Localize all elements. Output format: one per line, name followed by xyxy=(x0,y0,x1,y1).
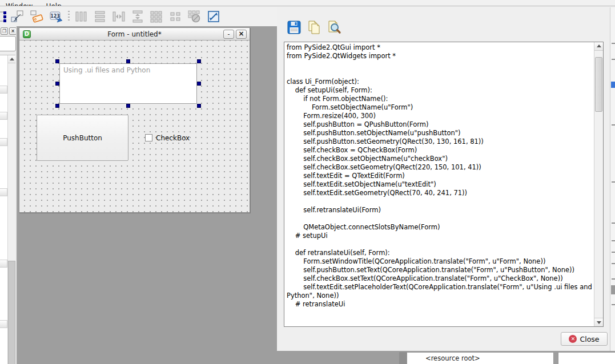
widget-category-row[interactable] xyxy=(0,320,7,328)
edit-tab-order-icon[interactable]: 123 xyxy=(49,10,63,23)
code-line: def retranslateUi(self, Form): xyxy=(287,249,593,257)
layout-in-form-icon[interactable] xyxy=(168,10,182,23)
code-line: self.retranslateUi(Form) xyxy=(287,206,593,215)
code-line: self.textEdit.setGeometry(QRect(70, 40, … xyxy=(287,189,593,197)
code-line: self.textEdit = QTextEdit(Form) xyxy=(287,172,593,180)
code-content: from PySide2.QtGui import *from PySide2.… xyxy=(284,42,594,326)
code-line: self.pushButton.setText(QCoreApplication… xyxy=(287,266,593,274)
menu-window[interactable]: Window xyxy=(6,2,33,6)
widget-category-row[interactable] xyxy=(0,86,7,94)
dialog-toolbar xyxy=(287,20,341,35)
code-line: Form.setObjectName(u"Form") xyxy=(287,103,593,112)
widget-category-row[interactable] xyxy=(0,112,7,120)
code-line: Form.resize(400, 300) xyxy=(287,112,593,120)
code-line: Form.setWindowTitle(QCoreApplication.tra… xyxy=(287,257,593,266)
resize-handle[interactable] xyxy=(126,104,130,108)
widget-box-scrollbar[interactable] xyxy=(7,55,15,364)
form-window-titlebar[interactable]: D Form - untitled* - × xyxy=(19,28,250,41)
break-layout-icon[interactable] xyxy=(187,10,201,23)
edit-signals-slots-icon[interactable] xyxy=(10,10,24,23)
code-line: self.textEdit.setObjectName(u"textEdit") xyxy=(287,180,593,189)
resize-handle[interactable] xyxy=(55,104,59,108)
code-line: self.pushButton.setGeometry(QRect(30, 13… xyxy=(287,137,593,146)
code-line xyxy=(287,197,593,206)
layout-in-grid-icon[interactable] xyxy=(150,10,163,23)
layout-vertically-in-splitter-icon[interactable] xyxy=(131,10,144,23)
menu-help[interactable]: Help xyxy=(46,2,61,6)
resize-handle[interactable] xyxy=(197,59,201,63)
close-button[interactable]: × xyxy=(236,30,247,39)
qt-designer-screen: Window Help xyxy=(0,0,615,364)
layout-vertically-icon[interactable] xyxy=(93,10,107,23)
save-icon[interactable] xyxy=(287,20,302,35)
code-line: self.checkBox = QCheckBox(Form) xyxy=(287,146,593,155)
adjust-size-icon[interactable] xyxy=(207,10,220,23)
code-line: self.pushButton = QPushButton(Form) xyxy=(287,120,593,129)
close-dialog-button[interactable]: ✕ Close xyxy=(561,332,608,346)
code-line xyxy=(287,69,593,78)
resource-splitter[interactable] xyxy=(399,352,407,364)
widget-category-row[interactable] xyxy=(0,188,7,196)
widget-filter-input[interactable] xyxy=(0,36,16,51)
scrollbar-thumb[interactable] xyxy=(8,261,15,364)
widget-category-row[interactable] xyxy=(0,260,7,268)
checkbox-indicator[interactable] xyxy=(145,134,152,141)
copy-icon[interactable] xyxy=(307,20,321,35)
close-button-label: Close xyxy=(580,335,599,343)
widget-box-list[interactable] xyxy=(0,55,15,364)
dock-splitter[interactable] xyxy=(16,26,17,364)
selected-row-sliver xyxy=(611,82,615,88)
layout-horizontally-in-splitter-icon[interactable] xyxy=(112,10,126,23)
form-window-title: Form - untitled* xyxy=(19,30,250,38)
right-edge-panel xyxy=(610,7,615,351)
textedit-placeholder: Using .ui files and Python xyxy=(60,64,196,76)
code-line: from PySide2.QtWidgets import * xyxy=(287,52,593,60)
code-line: class Ui_Form(object): xyxy=(287,78,593,86)
scroll-up-icon[interactable] xyxy=(594,42,603,51)
svg-text:123: 123 xyxy=(50,14,60,19)
scroll-down-icon[interactable] xyxy=(594,318,603,326)
toolbar-separator xyxy=(68,11,70,22)
resource-browser-list[interactable]: <resource root> xyxy=(407,352,554,364)
edit-buddies-icon[interactable] xyxy=(30,10,43,23)
code-line xyxy=(287,215,593,223)
checkbox-label: CheckBox xyxy=(156,134,190,142)
form-canvas[interactable]: Using .ui files and Python PushButton Ch… xyxy=(19,41,250,212)
minimize-button[interactable]: - xyxy=(223,30,234,39)
code-line: # setupUi xyxy=(287,232,593,240)
resize-handle[interactable] xyxy=(126,59,130,63)
code-line: def setupUi(self, Form): xyxy=(287,86,593,95)
form-editor-window: D Form - untitled* - × Using .ui files a… xyxy=(19,27,250,213)
layout-horizontally-icon[interactable] xyxy=(74,10,88,23)
code-line xyxy=(287,60,593,69)
textedit-widget[interactable]: Using .ui files and Python xyxy=(59,63,197,104)
resize-handle[interactable] xyxy=(55,82,59,86)
widget-box-panel: ❐ × xyxy=(0,26,17,364)
code-line: if not Form.objectName(): xyxy=(287,95,593,103)
code-line: # retranslateUi xyxy=(287,300,593,309)
widget-category-row[interactable] xyxy=(0,138,7,146)
edit-widgets-icon[interactable] xyxy=(0,10,7,23)
scroll-up-icon[interactable] xyxy=(8,55,15,63)
resource-root-item[interactable]: <resource root> xyxy=(407,353,553,362)
code-line: from PySide2.QtGui import * xyxy=(287,43,593,52)
resize-handle[interactable] xyxy=(55,59,59,63)
find-icon[interactable] xyxy=(327,20,341,35)
designer-form-icon: D xyxy=(23,30,31,38)
code-line: QMetaObject.connectSlotsByName(Form) xyxy=(287,223,593,232)
checkbox-widget[interactable]: CheckBox xyxy=(145,126,203,149)
scrollbar-thumb[interactable] xyxy=(595,57,602,112)
resource-preview-pane xyxy=(558,352,615,364)
code-view[interactable]: from PySide2.QtGui import *from PySide2.… xyxy=(284,42,604,327)
resize-handle[interactable] xyxy=(197,104,201,108)
code-scrollbar[interactable] xyxy=(594,42,603,326)
resize-handle[interactable] xyxy=(197,82,201,86)
code-line: self.checkBox.setObjectName(u"checkBox") xyxy=(287,155,593,163)
pushbutton-widget[interactable]: PushButton xyxy=(37,115,128,161)
code-line: self.checkBox.setGeometry(QRect(220, 150… xyxy=(287,163,593,172)
code-line: self.pushButton.setObjectName(u"pushButt… xyxy=(287,129,593,137)
dock-float-icon[interactable]: ❐ xyxy=(1,27,8,35)
close-circle-icon: ✕ xyxy=(569,335,577,343)
menu-bar: Window Help xyxy=(0,0,615,6)
code-line: self.checkBox.setText(QCoreApplication.t… xyxy=(287,274,593,283)
